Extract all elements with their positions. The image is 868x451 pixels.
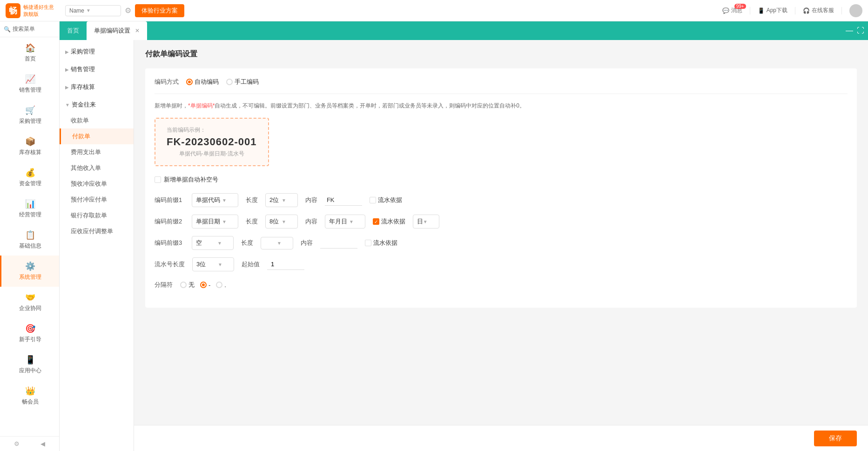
sidebar-item-member[interactable]: 👑 畅会员 [0,380,59,411]
sub-menu-item-bank-deposit[interactable]: 银行存取款单 [60,208,134,223]
manual-code-option[interactable]: 手工编码 [226,78,259,86]
length2-select[interactable]: 8位 ▼ [265,215,298,229]
sidebar-item-inventory[interactable]: 📦 库存核算 [0,131,59,162]
serial-length-select[interactable]: 3位 ▼ [192,257,234,271]
content3-input[interactable] [320,237,357,249]
auto-fill-row: 新增单据自动补空号 [155,175,848,184]
content1-input[interactable] [325,195,362,206]
settings-gear-icon[interactable]: ⚙ [125,6,131,15]
prefix3-select[interactable]: 空 ▼ [192,236,234,250]
sub-menu-item-payment[interactable]: 付款单 [60,128,134,144]
experience-btn[interactable]: 体验行业方案 [135,4,184,17]
company-selector[interactable]: Name ▼ [65,5,121,16]
sub-menu-item-receipt[interactable]: 收款单 [60,113,134,128]
main-area: 首页 单据编码设置 ✕ — ⛶ ▶ 采购管理 [60,21,868,451]
sub-menu-header-sales[interactable]: ▶ 销售管理 [60,61,134,77]
finance-icon: 💰 [25,168,35,178]
content2-select[interactable]: 年月日 ▼ [325,215,365,229]
serial1-checkbox[interactable] [370,197,376,203]
auto-code-radio[interactable] [186,79,193,85]
sidebar-item-guide[interactable]: 🎯 新手引导 [0,318,59,349]
sub-menu-header-inventory[interactable]: ▶ 库存核算 [60,79,134,95]
basic-icon: 📋 [25,230,35,240]
manual-code-radio[interactable] [226,79,233,85]
sidebar-item-home[interactable]: 🏠 首页 [0,37,59,68]
auto-fill-checkbox[interactable] [155,176,161,183]
bottom-settings-icon[interactable]: ⚙ [14,440,20,447]
length3-arrow: ▼ [277,241,282,246]
sidebar: 🔍 搜索菜单 🏠 首页 📈 销售管理 🛒 采购管理 📦 库存核算 💰 资金管理 … [0,21,60,451]
sep-dash-option[interactable]: - [200,282,210,289]
tab-home[interactable]: 首页 [60,21,87,40]
prefix2-arrow: ▼ [222,219,227,224]
serial3-checkbox[interactable] [365,240,371,246]
sidebar-item-system[interactable]: ⚙️ 系统管理 [0,256,59,287]
sidebar-item-sales[interactable]: 📈 销售管理 [0,68,59,100]
online-service-btn[interactable]: 🎧 在线客服 [803,7,834,14]
day2-select[interactable]: 日 ▼ [413,215,439,229]
sep-none-option[interactable]: 无 [180,281,195,289]
serial2-checkbox[interactable]: ✓ [373,218,379,225]
bottom-bar: 保存 [134,425,868,451]
avatar[interactable] [849,4,862,17]
sep-dot-option[interactable]: . [216,282,226,289]
bottom-collapse-icon[interactable]: ◀ [40,440,45,447]
sub-menu-item-expense[interactable]: 费用支出单 [60,144,134,160]
length1-select[interactable]: 2位 ▼ [265,193,298,207]
sub-menu-item-other-income[interactable]: 其他收入单 [60,160,134,176]
sub-menu-header-purchase[interactable]: ▶ 采购管理 [60,44,134,60]
sub-menu-item-pre-receivable[interactable]: 预收冲应收单 [60,176,134,192]
prefix1-arrow: ▼ [222,198,227,203]
message-btn[interactable]: 💬 消息 99+ [722,7,742,14]
divider1 [750,7,750,14]
sidebar-item-apps[interactable]: 📱 应用中心 [0,349,59,380]
separator-row: 分隔符 无 - [155,281,848,289]
sub-menu-header-capital[interactable]: ▼ 资金往来 [60,97,134,113]
sep-dash-radio[interactable] [200,282,207,288]
apps-icon: 📱 [25,355,35,365]
sidebar-bottom: ⚙ ◀ [0,436,59,451]
sub-menu-item-payable-adjust[interactable]: 应收应付调整单 [60,223,134,239]
tab-maximize-icon[interactable]: ⛶ [857,27,864,35]
length3-select[interactable]: ▼ [261,237,293,249]
inventory-icon: 📦 [25,136,35,147]
length2-label: 长度 [246,217,258,226]
sub-menu-item-pre-payable[interactable]: 预付冲应付单 [60,192,134,208]
sidebar-item-enterprise[interactable]: 🤝 企业协同 [0,287,59,318]
logo-icon: 畅 [6,3,20,18]
logo-area: 畅 畅捷通好生意 旗舰版 [6,3,65,18]
prefix2-label: 编码前缀2 [155,217,184,226]
tab-code-settings[interactable]: 单据编码设置 ✕ [87,21,147,40]
example-code: FK-20230602-001 [167,136,257,148]
sidebar-item-finance[interactable]: 💰 资金管理 [0,162,59,193]
prefix1-select[interactable]: 单据代码 ▼ [192,193,238,207]
message-badge: 99+ [734,4,746,9]
sep-none-radio[interactable] [180,282,187,288]
header-right: 💬 消息 99+ 📱 App下载 🎧 在线客服 [722,4,862,17]
enterprise-icon: 🤝 [25,292,35,303]
save-button[interactable]: 保存 [814,431,857,446]
main-content: 付款单编码设置 编码方式 自动编码 手工编码 [134,40,868,425]
sep-dot-radio[interactable] [216,282,222,288]
prefix2-select[interactable]: 单据日期 ▼ [192,215,238,229]
prefix1-row: 编码前缀1 单据代码 ▼ 长度 2位 ▼ 内容 [155,193,848,207]
logo-text: 畅捷通好生意 旗舰版 [23,4,54,17]
length1-label: 长度 [246,196,258,204]
sidebar-item-business[interactable]: 📊 经营管理 [0,193,59,224]
tab-close-icon[interactable]: ✕ [135,27,140,34]
sidebar-item-basic[interactable]: 📋 基础信息 [0,224,59,256]
header-middle: Name ▼ ⚙ 体验行业方案 [65,4,722,17]
start-value-input[interactable] [267,259,304,270]
separator-label: 分隔符 [155,281,173,289]
app-download-btn[interactable]: 📱 App下载 [758,7,787,14]
serial-length-arrow: ▼ [218,262,222,267]
auto-code-option[interactable]: 自动编码 [186,78,219,86]
length2-arrow: ▼ [282,219,286,224]
sidebar-search[interactable]: 🔍 搜索菜单 [0,21,59,37]
sidebar-item-purchase[interactable]: 🛒 采购管理 [0,100,59,131]
sep-options: 无 - . [180,281,226,289]
home-icon: 🏠 [25,43,35,53]
serial3-checkbox-group: 流水依据 [365,239,397,247]
serial2-checkbox-group: ✓ 流水依据 [373,217,405,226]
tab-minimize-icon[interactable]: — [846,27,853,35]
